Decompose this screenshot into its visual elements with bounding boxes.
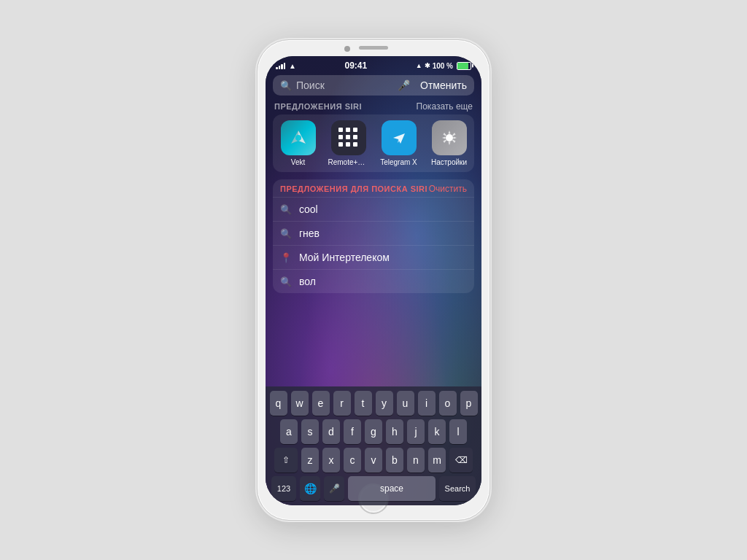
wifi-icon: ▲ — [289, 62, 296, 70]
key-x[interactable]: x — [322, 448, 340, 472]
key-n[interactable]: n — [407, 448, 425, 472]
keyboard: q w e r t y u i o p a s d f g — [266, 386, 481, 505]
bar1 — [276, 67, 278, 69]
app-label-vekt: Vekt — [278, 158, 319, 166]
d9 — [353, 142, 357, 147]
search-bar[interactable]: 🔍 Поиск 🎤 Отменить — [273, 75, 474, 96]
search-suggestions-section: ПРЕДЛОЖЕНИЯ ДЛЯ ПОИСКА SIRI Очистить 🔍 c… — [273, 179, 474, 293]
suggestion-text-cool: cool — [299, 203, 318, 215]
front-camera — [344, 46, 350, 52]
d2 — [346, 128, 350, 132]
d8 — [346, 142, 350, 147]
d4 — [338, 135, 343, 139]
key-e[interactable]: e — [312, 391, 330, 416]
d5 — [346, 135, 350, 139]
app-label-settings: Настройки — [429, 158, 470, 166]
key-f[interactable]: f — [344, 419, 361, 444]
key-l[interactable]: l — [449, 419, 467, 444]
vekt-logo — [288, 128, 309, 148]
keyboard-row-1: q w e r t y u i o p — [268, 391, 479, 416]
key-u[interactable]: u — [397, 391, 414, 416]
app-settings[interactable]: Настройки — [429, 120, 470, 166]
battery-percent: 100 % — [433, 62, 453, 70]
key-w[interactable]: w — [291, 391, 309, 416]
d6 — [353, 135, 357, 139]
status-time: 09:41 — [344, 61, 367, 71]
status-bar: ▲ 09:41 ▲ ✱ 100 % — [266, 56, 481, 72]
keyboard-row-3: ⇧ z x c v b n m ⌫ — [268, 448, 479, 472]
bluetooth-icon: ✱ — [425, 62, 430, 69]
key-t[interactable]: t — [355, 391, 372, 416]
bar2 — [279, 66, 281, 69]
key-i[interactable]: i — [418, 391, 436, 416]
siri-suggestions-section: ПРЕДЛОЖЕНИЯ SIRI Показать еще — [273, 100, 474, 172]
app-label-telegram: Telegram X — [379, 158, 419, 166]
battery-fill — [457, 63, 468, 69]
key-j[interactable]: j — [407, 419, 425, 444]
signal-icon — [276, 62, 285, 69]
key-a[interactable]: a — [280, 419, 298, 444]
clear-button[interactable]: Очистить — [429, 184, 467, 194]
app-icon-vekt — [281, 120, 316, 155]
phone-frame: ▲ 09:41 ▲ ✱ 100 % 🔍 Поиск — [257, 39, 490, 521]
app-icon-telegram — [382, 120, 417, 155]
key-shift[interactable]: ⇧ — [274, 448, 298, 472]
search-icon-gnev: 🔍 — [280, 228, 292, 239]
bar4 — [284, 63, 286, 69]
key-m[interactable]: m — [428, 448, 446, 472]
key-q[interactable]: q — [270, 391, 287, 416]
key-c[interactable]: c — [344, 448, 361, 472]
search-icon: 🔍 — [280, 80, 292, 91]
key-search[interactable]: Search — [439, 476, 476, 501]
cancel-button[interactable]: Отменить — [420, 79, 467, 91]
suggestion-text-gnev: гнев — [299, 228, 320, 239]
key-g[interactable]: g — [365, 419, 382, 444]
remote-grid-icon — [338, 128, 359, 148]
settings-logo — [439, 128, 460, 148]
svg-point-3 — [295, 135, 301, 141]
key-s[interactable]: s — [301, 419, 319, 444]
siri-show-more[interactable]: Показать еще — [417, 101, 473, 112]
svg-point-5 — [446, 134, 453, 141]
telegram-logo — [389, 128, 409, 148]
suggestion-text-intertelekom: Мой Интертелеком — [299, 252, 390, 263]
bar3 — [281, 64, 283, 69]
search-icon-cool: 🔍 — [280, 204, 292, 215]
d7 — [338, 142, 343, 147]
suggestion-text-vol: вол — [299, 276, 316, 287]
app-icon-remote — [331, 120, 366, 155]
suggestions-header: ПРЕДЛОЖЕНИЯ ДЛЯ ПОИСКА SIRI Очистить — [273, 179, 474, 197]
key-r[interactable]: r — [333, 391, 351, 416]
status-left: ▲ — [276, 62, 296, 70]
app-remote[interactable]: Remote+Pad — [328, 120, 369, 166]
key-h[interactable]: h — [386, 419, 403, 444]
key-v[interactable]: v — [365, 448, 382, 472]
app-vekt[interactable]: Vekt — [278, 120, 319, 166]
suggestion-gnev[interactable]: 🔍 гнев — [273, 221, 474, 245]
search-input-area[interactable]: 🔍 Поиск — [280, 79, 325, 91]
mic-icon[interactable]: 🎤 — [398, 79, 410, 91]
app-telegram[interactable]: Telegram X — [379, 120, 419, 166]
key-o[interactable]: o — [439, 391, 457, 416]
key-mic[interactable]: 🎤 — [324, 476, 344, 501]
app-icon-settings — [432, 120, 467, 155]
key-globe[interactable]: 🌐 — [300, 476, 320, 501]
app-label-remote: Remote+Pad — [328, 158, 369, 166]
location-icon-intertelekom: 📍 — [280, 252, 292, 263]
key-123[interactable]: 123 — [271, 476, 296, 501]
key-y[interactable]: y — [376, 391, 393, 416]
d3 — [353, 128, 357, 132]
key-space[interactable]: space — [348, 476, 436, 501]
key-backspace[interactable]: ⌫ — [449, 448, 473, 472]
suggestion-cool[interactable]: 🔍 cool — [273, 197, 474, 221]
suggestion-vol[interactable]: 🔍 вол — [273, 269, 474, 293]
key-z[interactable]: z — [301, 448, 319, 472]
keyboard-row-2: a s d f g h j k l — [268, 419, 479, 444]
d1 — [338, 128, 343, 132]
suggestion-intertelekom[interactable]: 📍 Мой Интертелеком — [273, 245, 474, 269]
key-b[interactable]: b — [386, 448, 403, 472]
key-k[interactable]: k — [428, 419, 446, 444]
key-d[interactable]: d — [322, 419, 340, 444]
location-icon: ▲ — [416, 62, 422, 69]
key-p[interactable]: p — [460, 391, 478, 416]
